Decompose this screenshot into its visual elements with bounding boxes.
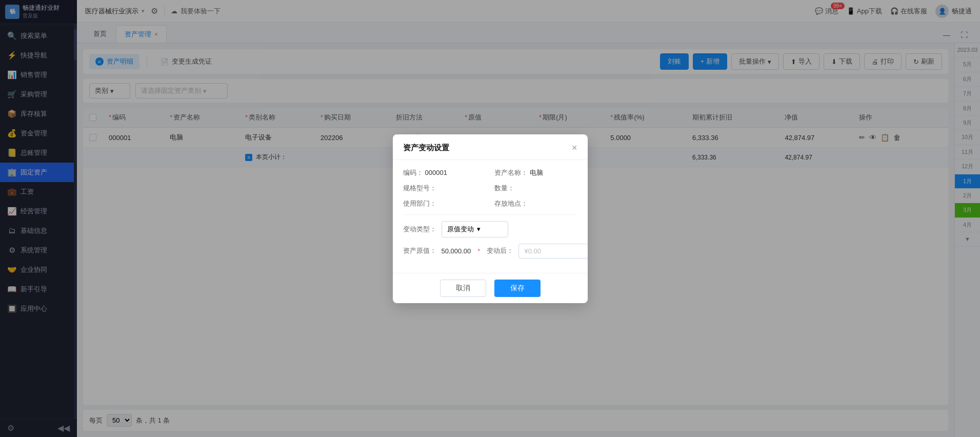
location-label: 存放地点： (494, 199, 528, 208)
dialog-field-code: 编码： 000001 (403, 168, 486, 177)
dialog-field-quantity: 数量： (494, 184, 577, 193)
asset-change-dialog: 资产变动设置 × 编码： 000001 资产名称： 电脑 规格型号： (393, 134, 588, 303)
asset-name-label: 资产名称： (494, 168, 528, 177)
code-value: 000001 (425, 169, 447, 176)
dialog-field-location: 存放地点： (494, 199, 577, 208)
dialog-change-type-row: 变动类型： 原值变动 ▾ (403, 221, 577, 237)
dialog-divider (403, 214, 577, 215)
change-type-value: 原值变动 (447, 225, 474, 234)
dialog-close-button[interactable]: × (572, 143, 577, 153)
required-mark: * (477, 247, 480, 255)
dialog-body: 编码： 000001 资产名称： 电脑 规格型号： 数量： (393, 160, 588, 273)
asset-value-label: 资产原值： (403, 246, 436, 255)
save-button[interactable]: 保存 (494, 280, 541, 297)
dialog-field-asset-name: 资产名称： 电脑 (494, 168, 577, 177)
dialog-title: 资产变动设置 (403, 143, 449, 153)
asset-name-value: 电脑 (530, 168, 543, 177)
after-label: 变动后： (487, 246, 513, 255)
after-value-input[interactable] (518, 244, 587, 259)
change-type-select[interactable]: 原值变动 ▾ (442, 221, 508, 237)
dialog-row-1: 编码： 000001 资产名称： 电脑 (403, 168, 577, 177)
dialog-header: 资产变动设置 × (393, 134, 588, 160)
dialog-row-3: 使用部门： 存放地点： (403, 199, 577, 208)
dept-label: 使用部门： (403, 199, 436, 208)
dialog-overlay: 资产变动设置 × 编码： 000001 资产名称： 电脑 规格型号： (0, 0, 980, 437)
code-label: 编码： (403, 168, 423, 177)
change-type-arrow-icon: ▾ (477, 225, 481, 233)
dialog-value-row: 资产原值： 50,000.00 * 变动后： (403, 244, 577, 259)
dialog-row-2: 规格型号： 数量： (403, 184, 577, 193)
dialog-field-spec: 规格型号： (403, 184, 486, 193)
asset-value-value: 50,000.00 (442, 247, 471, 255)
change-type-label: 变动类型： (403, 225, 436, 234)
cancel-button[interactable]: 取消 (440, 280, 486, 297)
spec-label: 规格型号： (403, 184, 436, 193)
dialog-field-dept: 使用部门： (403, 199, 486, 208)
dialog-footer: 取消 保存 (393, 273, 588, 303)
quantity-label: 数量： (494, 184, 514, 193)
